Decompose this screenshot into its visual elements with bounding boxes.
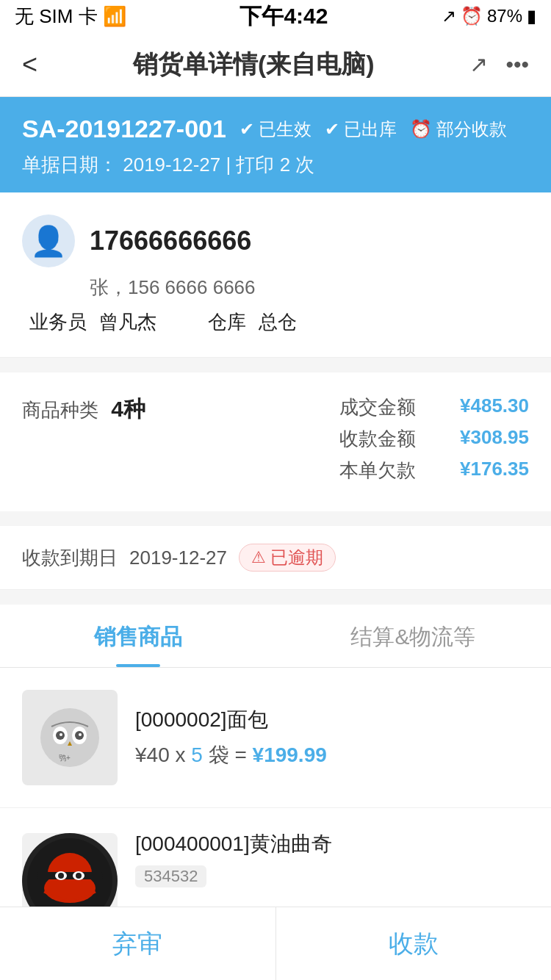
amount-summary: 成交金额 ¥485.30 收款金额 ¥308.95 本单欠款 ¥176.35 [339,394,529,489]
salesperson-info: 业务员 曾凡杰 [22,309,156,335]
person-icon: 👤 [30,224,67,259]
share-button[interactable]: ↗︎ [469,51,488,77]
bottom-bar: 弃审 收款 [0,907,551,980]
alarm-icon: ⏰ [461,6,483,26]
customer-sub-info: 张，156 6666 6666 [90,275,529,300]
type-count: 4种 [111,397,145,421]
svg-point-15 [58,873,64,879]
owl-image: 鸮+ [22,690,118,785]
tab-products[interactable]: 销售商品 [0,605,276,667]
status-left: 无 SIM 卡 📶 [15,4,126,29]
product-image-1: 鸮+ [22,690,118,785]
order-date-info: 单据日期： 2019-12-27 | 打印 2 次 [22,152,529,178]
product-qty-1: 5 [191,743,203,766]
deal-amount: ¥485.30 [460,394,529,420]
check-icon-1: ✔ [240,119,254,140]
receipt-button[interactable]: 收款 [276,907,552,980]
location-icon: ↗ [442,6,456,26]
status-partial-payment: ⏰ 部分收款 [410,118,507,141]
product-sku-2: 534532 [135,865,206,887]
svg-text:鸮+: 鸮+ [59,754,71,762]
overdue-badge: ⚠ 已逾期 [239,544,336,572]
status-shipped: ✔ 已出库 [325,118,397,141]
debt-amount: ¥176.35 [460,458,529,483]
receipt-amount: ¥308.95 [460,426,529,452]
svg-point-5 [60,733,62,736]
deal-amount-row: 成交金额 ¥485.30 [339,394,529,420]
back-button[interactable]: < [22,49,37,80]
svg-rect-12 [37,872,103,879]
overdue-label: 已逾期 [270,546,323,569]
tabs-section: 销售商品 结算&物流等 [0,605,551,668]
due-date-section: 收款到期日 2019-12-27 ⚠ 已逾期 [0,526,551,590]
nav-actions: ↗︎ ••• [469,51,529,77]
order-header-banner: SA-20191227-001 ✔ 已生效 ✔ 已出库 ⏰ 部分收款 单据日期：… [0,97,551,192]
product-info-1: [0000002]面包 ¥40 x 5 袋 = ¥199.99 [135,706,529,769]
clock-icon: ⏰ [410,119,432,140]
status-time: 下午4:42 [240,1,328,32]
battery-level: 87% [487,6,522,26]
product-price-1: ¥40 x 5 袋 = ¥199.99 [135,741,529,769]
product-name-1: [0000002]面包 [135,706,529,734]
debt-amount-row: 本单欠款 ¥176.35 [339,458,529,483]
status-effective: ✔ 已生效 [240,118,311,141]
tab-settlement[interactable]: 结算&物流等 [276,605,551,667]
product-total-1: ¥199.99 [253,743,327,766]
product-type-info: 商品种类 4种 [22,394,145,425]
overdue-icon: ⚠ [251,548,266,567]
customer-section: 👤 17666666666 张，156 6666 6666 业务员 曾凡杰 仓库… [0,192,551,358]
receipt-amount-row: 收款金额 ¥308.95 [339,426,529,452]
cancel-review-button[interactable]: 弃审 [0,907,276,980]
svg-point-6 [79,733,82,736]
page-title: 销货单详情(来自电脑) [133,48,375,82]
svg-point-16 [76,873,82,879]
check-icon-2: ✔ [325,119,339,140]
customer-id: 17666666666 [90,226,251,256]
due-date-value: 2019-12-27 [129,547,227,569]
avatar: 👤 [22,215,75,267]
product-name-2: [000400001]黄油曲奇 [135,830,529,858]
product-item-1: 鸮+ [0000002]面包 ¥40 x 5 袋 = ¥199.99 [0,668,551,808]
status-right: ↗ ⏰ 87% ▮ [442,6,536,26]
battery-icon: ▮ [527,6,536,26]
nav-bar: < 销货单详情(来自电脑) ↗︎ ••• [0,32,551,97]
due-date-label: 收款到期日 [22,545,118,571]
more-button[interactable]: ••• [505,52,529,77]
warehouse-info: 仓库 总仓 [201,309,297,335]
summary-section: 商品种类 4种 成交金额 ¥485.30 收款金额 ¥308.95 本单欠款 ¥… [0,372,551,511]
status-bar: 无 SIM 卡 📶 下午4:42 ↗ ⏰ 87% ▮ [0,0,551,32]
order-id: SA-20191227-001 [22,115,226,143]
owl-icon: 鸮+ [37,705,103,771]
